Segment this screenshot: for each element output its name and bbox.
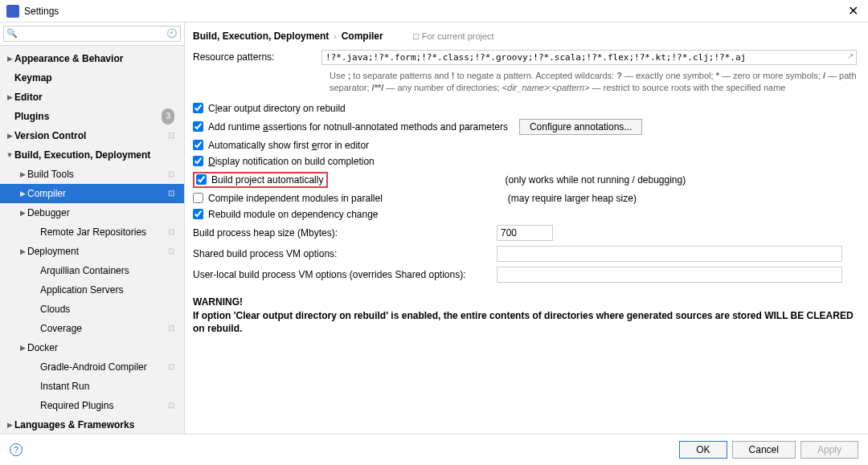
clear-output-checkbox[interactable] <box>193 103 203 113</box>
tree-vcs[interactable]: ▶Version Control⊡ <box>0 126 184 145</box>
clear-output-label[interactable]: Clear output directory on rebuild <box>208 103 346 114</box>
add-runtime-row: Add runtime assertions for notnull-annot… <box>193 119 857 135</box>
main: 🔍 🕘 ▶Appearance & Behavior Keymap ▶Edito… <box>0 22 868 434</box>
search-input[interactable] <box>3 26 181 42</box>
build-auto-note: (only works while not running / debuggin… <box>505 174 686 186</box>
tree-docker[interactable]: ▶Docker <box>0 338 184 357</box>
breadcrumb-leaf: Compiler <box>342 31 383 42</box>
chevron-right-icon: › <box>334 32 336 41</box>
scope-icon: ⊡ <box>168 359 174 375</box>
warning-heading: WARNING! <box>193 296 857 309</box>
resource-patterns-input[interactable] <box>321 50 857 65</box>
scope-label: For current project <box>412 31 494 42</box>
scope-icon: ⊡ <box>168 224 174 240</box>
tree-debugger[interactable]: ▶Debugger <box>0 203 184 222</box>
shared-vm-input[interactable] <box>497 246 842 262</box>
display-notification-checkbox[interactable] <box>193 156 203 166</box>
display-notification-row: Display notification on build completion <box>193 156 857 167</box>
scope-icon: ⊡ <box>168 243 174 259</box>
footer: ? OK Cancel Apply <box>0 434 868 465</box>
shared-vm-label: Shared build process VM options: <box>193 248 490 259</box>
build-auto-label[interactable]: Build project automatically <box>211 174 323 186</box>
tree-editor[interactable]: ▶Editor <box>0 88 184 107</box>
scope-icon: ⊡ <box>168 186 174 202</box>
history-icon[interactable]: 🕘 <box>166 28 178 39</box>
auto-first-error-row: Automatically show first error in editor <box>193 140 857 151</box>
window-title: Settings <box>24 6 845 17</box>
ok-button[interactable]: OK <box>679 441 727 459</box>
tree-deployment[interactable]: ▶Deployment⊡ <box>0 242 184 261</box>
tree-remote-jar[interactable]: Remote Jar Repositories⊡ <box>0 222 184 242</box>
expand-icon[interactable]: ↗ <box>847 51 854 60</box>
titlebar: Settings ✕ <box>0 0 868 22</box>
tree-arquillian[interactable]: Arquillian Containers <box>0 261 184 280</box>
compile-parallel-row: Compile independent modules in parallel … <box>193 193 857 204</box>
tree-lang-fw[interactable]: ▶Languages & Frameworks <box>0 415 184 434</box>
build-auto-row: Build project automatically <box>193 172 328 188</box>
close-icon[interactable]: ✕ <box>845 3 862 18</box>
scope-icon: ⊡ <box>168 128 174 144</box>
display-notification-label[interactable]: Display notification on build completion <box>208 156 375 167</box>
breadcrumb-root[interactable]: Build, Execution, Deployment <box>193 31 329 42</box>
tree-app-servers[interactable]: Application Servers <box>0 280 184 300</box>
warning-body: If option 'Clear output directory on reb… <box>193 309 857 337</box>
rebuild-dep-row: Rebuild module on dependency change <box>193 209 857 220</box>
settings-tree: ▶Appearance & Behavior Keymap ▶Editor Pl… <box>0 46 184 434</box>
content: Build, Execution, Deployment › Compiler … <box>185 22 868 434</box>
plugins-badge: 3 <box>162 108 174 124</box>
tree-build-tools[interactable]: ▶Build Tools⊡ <box>0 165 184 184</box>
apply-button[interactable]: Apply <box>800 441 858 459</box>
compiler-form: Resource patterns: ↗ Use ; to separate p… <box>193 50 857 434</box>
breadcrumb: Build, Execution, Deployment › Compiler … <box>193 29 857 50</box>
patterns-hint: Use ; to separate patterns and ! to nega… <box>330 70 857 95</box>
tree-bed[interactable]: ▼Build, Execution, Deployment <box>0 145 184 165</box>
compile-parallel-note: (may require larger heap size) <box>508 193 637 204</box>
sidebar: 🔍 🕘 ▶Appearance & Behavior Keymap ▶Edito… <box>0 22 185 434</box>
cancel-button[interactable]: Cancel <box>732 441 796 459</box>
scope-icon: ⊡ <box>168 398 174 414</box>
tree-keymap[interactable]: Keymap <box>0 68 184 88</box>
search-box: 🔍 🕘 <box>0 22 184 46</box>
help-icon[interactable]: ? <box>10 443 23 456</box>
rebuild-dep-label[interactable]: Rebuild module on dependency change <box>208 209 379 220</box>
tree-gradle-android[interactable]: Gradle-Android Compiler⊡ <box>0 357 184 377</box>
tree-appearance[interactable]: ▶Appearance & Behavior <box>0 49 184 68</box>
auto-first-error-checkbox[interactable] <box>193 140 203 150</box>
scope-icon: ⊡ <box>168 166 174 182</box>
configure-annotations-button[interactable]: Configure annotations... <box>519 119 642 135</box>
tree-clouds[interactable]: Clouds <box>0 300 184 319</box>
resource-patterns-label: Resource patterns: <box>193 50 321 63</box>
build-auto-checkbox[interactable] <box>196 174 207 185</box>
tree-required-plugins[interactable]: Required Plugins⊡ <box>0 396 184 415</box>
user-vm-label: User-local build process VM options (ove… <box>193 269 490 280</box>
clear-output-row: Clear output directory on rebuild <box>193 103 857 114</box>
auto-first-error-label[interactable]: Automatically show first error in editor <box>208 140 369 151</box>
tree-plugins[interactable]: Plugins3 <box>0 107 184 126</box>
add-runtime-label[interactable]: Add runtime assertions for notnull-annot… <box>208 121 508 133</box>
tree-instant-run[interactable]: Instant Run <box>0 377 184 396</box>
compile-parallel-label[interactable]: Compile independent modules in parallel <box>208 193 383 204</box>
rebuild-dep-checkbox[interactable] <box>193 209 203 219</box>
add-runtime-checkbox[interactable] <box>193 121 203 132</box>
scope-icon: ⊡ <box>168 320 174 337</box>
tree-coverage[interactable]: Coverage⊡ <box>0 319 184 338</box>
heap-size-label: Build process heap size (Mbytes): <box>193 227 490 239</box>
search-icon: 🔍 <box>6 28 18 39</box>
user-vm-input[interactable] <box>497 267 842 283</box>
compile-parallel-checkbox[interactable] <box>193 193 203 203</box>
heap-size-input[interactable] <box>497 225 553 241</box>
tree-compiler[interactable]: ▶Compiler⊡ <box>0 184 184 203</box>
app-icon <box>6 5 19 18</box>
warning-block: WARNING! If option 'Clear output directo… <box>193 296 857 336</box>
